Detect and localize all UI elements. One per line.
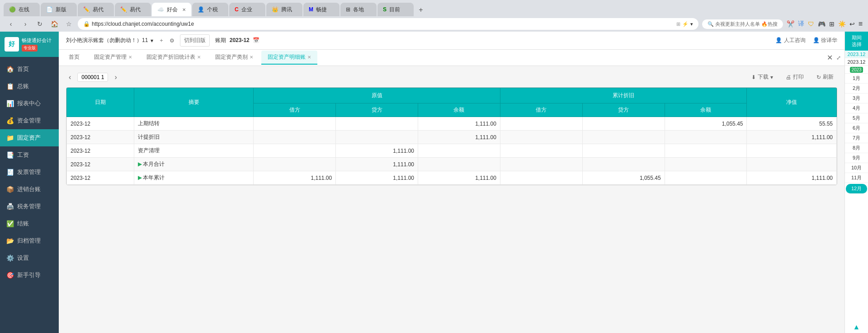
tab-fixed-assets-management[interactable]: 固定资产管理 ✕ bbox=[88, 51, 138, 65]
period-info: 账期 2023-12 📅 bbox=[215, 37, 259, 44]
sidebar-item-settings[interactable]: ⚙️ 设置 bbox=[0, 249, 59, 267]
sidebar-item-closing[interactable]: ✅ 结账 bbox=[0, 215, 59, 232]
sidebar-item-fixed-assets[interactable]: 📁 固定资产 bbox=[0, 129, 59, 146]
period-item-may[interactable]: 5月 bbox=[845, 113, 868, 123]
period-item-feb[interactable]: 2月 bbox=[845, 84, 868, 94]
period-item-dec[interactable]: 12月 bbox=[846, 184, 867, 194]
cell-date-1: 2023-12 bbox=[67, 131, 134, 144]
back-button[interactable]: ‹ bbox=[5, 19, 16, 29]
browser-tab-1[interactable]: 📄 新版 bbox=[41, 3, 77, 16]
period-item-apr[interactable]: 4月 bbox=[845, 103, 868, 113]
browser-tab-5[interactable]: 👤 个税 bbox=[192, 3, 228, 16]
sidebar-item-report[interactable]: 📊 报表中心 bbox=[0, 95, 59, 112]
period-item-selected-2[interactable]: 2023.12 bbox=[845, 58, 868, 66]
tab-asset-detail-ledger[interactable]: 固定资产明细账 ✕ bbox=[261, 51, 317, 65]
home-button[interactable]: 🏠 bbox=[49, 19, 60, 29]
period-item-sep[interactable]: 9月 bbox=[845, 153, 868, 163]
col-sub-dep-balance: 余额 bbox=[665, 103, 747, 117]
tab-close-depreciation-stats[interactable]: ✕ bbox=[197, 55, 201, 60]
scissors-icon: ✂️ bbox=[787, 20, 794, 28]
browser-tab-6[interactable]: C 企业 bbox=[229, 3, 265, 16]
period-item-jan[interactable]: 1月 bbox=[845, 74, 868, 84]
forward-button[interactable]: › bbox=[20, 19, 31, 29]
company-selector[interactable]: 刘小艳演示账套（勿删勿动！）11 ▾ bbox=[66, 37, 153, 44]
tab-close-4[interactable]: ✕ bbox=[182, 7, 186, 12]
cell-summary-0: 上期结转 bbox=[134, 117, 254, 131]
expand-button[interactable]: ⤢ bbox=[836, 55, 841, 61]
browser-tab-7[interactable]: 👑 腾讯 bbox=[266, 3, 302, 16]
sidebar-item-home[interactable]: 🏠 首页 bbox=[0, 61, 59, 78]
refresh-button[interactable]: ↻ 刷新 bbox=[813, 71, 837, 83]
browser-tab-10[interactable]: S 目前 bbox=[377, 3, 414, 16]
browser-tab-9[interactable]: ⊞ 各地 bbox=[340, 3, 377, 16]
report-icon: 📊 bbox=[6, 100, 14, 107]
sidebar-item-salary[interactable]: 📑 工资 bbox=[0, 146, 59, 164]
tab-close-asset-categories[interactable]: ✕ bbox=[250, 55, 253, 60]
cell-summary-1: 计提折旧 bbox=[134, 131, 254, 144]
tab-close-fixed-assets-management[interactable]: ✕ bbox=[128, 55, 132, 60]
period-item-oct[interactable]: 10月 bbox=[845, 163, 868, 173]
period-item-aug[interactable]: 8月 bbox=[845, 143, 868, 153]
sidebar-item-fund[interactable]: 💰 资金管理 bbox=[0, 112, 59, 129]
browser-tab-0[interactable]: 🟢 在线 bbox=[4, 3, 40, 16]
sidebar-item-invoice[interactable]: 🧾 发票管理 bbox=[0, 164, 59, 181]
home-icon: 🏠 bbox=[6, 66, 14, 73]
page-tab-bar: 首页 固定资产管理 ✕ 固定资产折旧统计表 ✕ 固定资产类别 ✕ 固定资产明细账… bbox=[59, 50, 844, 66]
close-window-button[interactable]: ✕ bbox=[827, 53, 833, 62]
period-item-jun[interactable]: 6月 bbox=[845, 123, 868, 133]
next-page-button[interactable]: › bbox=[112, 72, 119, 82]
cell-summary-4: ▶本年累计 bbox=[134, 171, 254, 185]
period-item-selected-1[interactable]: 2023.12 bbox=[845, 51, 868, 58]
cell-net-2 bbox=[747, 144, 837, 158]
sidebar: 好 畅捷通好会计 专业版 🏠 首页 📋 总账 📊 报表中心 💰 资金管理 bbox=[0, 32, 59, 333]
tab-close-asset-detail-ledger[interactable]: ✕ bbox=[307, 55, 311, 60]
headset-icon: 👤 bbox=[775, 37, 782, 43]
cell-orig-balance-4: 1,111.00 bbox=[418, 171, 500, 185]
cell-orig-debit-4: 1,111.00 bbox=[254, 171, 336, 185]
cell-orig-credit-2: 1,111.00 bbox=[336, 144, 418, 158]
cell-dep-debit-2 bbox=[500, 144, 582, 158]
data-table-container: 日期 摘要 原值 累计折旧 净值 借方 贷方 余额 借方 贷方 余额 bbox=[66, 87, 837, 185]
tab-asset-categories[interactable]: 固定资产类别 ✕ bbox=[209, 51, 259, 65]
sidebar-item-inventory[interactable]: 📦 进销台账 bbox=[0, 181, 59, 198]
app-header: 刘小艳演示账套（勿删勿动！）11 ▾ ＋ ⚙ 切到旧版 账期 2023-12 📅… bbox=[59, 32, 844, 50]
tab-home[interactable]: 首页 bbox=[62, 51, 86, 65]
header-right: 👤 人工咨询 👤 徐译华 bbox=[775, 37, 837, 44]
download-button[interactable]: ⬇ 下载 ▾ bbox=[748, 71, 777, 83]
tab-favicon-2: ✏️ bbox=[83, 6, 90, 13]
cell-dep-credit-0 bbox=[582, 117, 665, 131]
prev-page-button[interactable]: ‹ bbox=[66, 72, 74, 82]
print-button[interactable]: 🖨 打印 bbox=[782, 71, 807, 83]
cell-dep-balance-1 bbox=[665, 131, 747, 144]
period-item-nov[interactable]: 11月 bbox=[845, 173, 868, 183]
tax-icon: 🖨️ bbox=[6, 203, 14, 210]
tab-depreciation-stats[interactable]: 固定资产折旧统计表 ✕ bbox=[140, 51, 207, 65]
dropdown-icon[interactable]: ▾ bbox=[690, 21, 693, 27]
browser-tab-3[interactable]: ✏️ 易代 bbox=[115, 3, 151, 16]
cell-orig-balance-2 bbox=[418, 144, 500, 158]
browser-tab-4[interactable]: ☁️ 好会 ✕ bbox=[152, 3, 191, 16]
customer-service-button[interactable]: 👤 人工咨询 bbox=[775, 37, 805, 44]
browser-tab-8[interactable]: M 畅捷 bbox=[303, 3, 340, 16]
sidebar-item-archive[interactable]: 📂 归档管理 bbox=[0, 232, 59, 249]
calendar-icon[interactable]: 📅 bbox=[253, 37, 259, 43]
sidebar-item-ledger[interactable]: 📋 总账 bbox=[0, 78, 59, 95]
user-account[interactable]: 👤 徐译华 bbox=[813, 37, 837, 44]
cell-orig-balance-0: 1,111.00 bbox=[418, 117, 500, 131]
add-company-button[interactable]: ＋ bbox=[159, 37, 164, 44]
reload-button[interactable]: ↻ bbox=[34, 19, 45, 29]
period-item-mar[interactable]: 3月 bbox=[845, 94, 868, 103]
switch-version-button[interactable]: 切到旧版 bbox=[180, 34, 210, 47]
sidebar-item-tax[interactable]: 🖨️ 税务管理 bbox=[0, 198, 59, 215]
period-item-jul[interactable]: 7月 bbox=[845, 133, 868, 143]
sidebar-item-guide[interactable]: 🎯 新手引导 bbox=[0, 267, 59, 284]
menu-icon[interactable]: ≡ bbox=[859, 20, 863, 28]
scroll-up-icon[interactable]: ▲ bbox=[845, 321, 868, 333]
cell-dep-balance-3 bbox=[665, 158, 747, 171]
bookmark-button[interactable]: ☆ bbox=[63, 19, 74, 29]
address-bar[interactable]: 🔒 https://cloud.chanjet.com/accounting/u… bbox=[78, 18, 698, 30]
new-tab-button[interactable]: + bbox=[415, 4, 427, 16]
browser-tab-2[interactable]: ✏️ 易代 bbox=[78, 3, 114, 16]
col-header-net: 净值 bbox=[747, 88, 837, 117]
settings-small-icon[interactable]: ⚙ bbox=[170, 38, 175, 44]
